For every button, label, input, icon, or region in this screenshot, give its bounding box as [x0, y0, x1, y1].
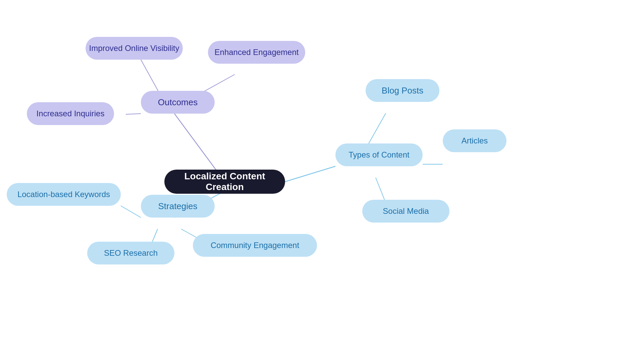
svg-line-9 — [121, 206, 141, 218]
community-engagement-node: Community Engagement — [193, 234, 317, 257]
articles-label: Articles — [462, 136, 488, 145]
strategies-node: Strategies — [141, 195, 215, 218]
enhanced-engagement-label: Enhanced Engagement — [215, 48, 299, 57]
social-media-node: Social Media — [362, 200, 449, 223]
types-of-content-node: Types of Content — [335, 143, 423, 166]
location-keywords-label: Location-based Keywords — [17, 190, 110, 199]
increased-inquiries-label: Increased Inquiries — [37, 109, 105, 118]
svg-line-1 — [285, 166, 335, 182]
strategies-label: Strategies — [158, 201, 197, 211]
svg-line-5 — [126, 114, 141, 114]
outcomes-label: Outcomes — [158, 97, 198, 108]
center-node-label: Localized Content Creation — [164, 171, 285, 192]
blog-posts-node: Blog Posts — [366, 79, 439, 102]
outcomes-node: Outcomes — [141, 91, 215, 114]
types-of-content-label: Types of Content — [348, 150, 409, 160]
social-media-label: Social Media — [383, 206, 429, 216]
blog-posts-label: Blog Posts — [382, 85, 423, 96]
improved-visibility-node: Improved Online Visibility — [86, 37, 183, 60]
seo-research-label: SEO Research — [104, 248, 158, 258]
improved-visibility-label: Improved Online Visibility — [89, 44, 179, 53]
location-keywords-node: Location-based Keywords — [7, 183, 121, 206]
community-engagement-label: Community Engagement — [211, 241, 299, 250]
articles-node: Articles — [443, 129, 506, 152]
enhanced-engagement-node: Enhanced Engagement — [208, 41, 305, 64]
increased-inquiries-node: Increased Inquiries — [27, 102, 114, 125]
center-node: Localized Content Creation — [164, 170, 285, 194]
seo-research-node: SEO Research — [87, 242, 174, 264]
